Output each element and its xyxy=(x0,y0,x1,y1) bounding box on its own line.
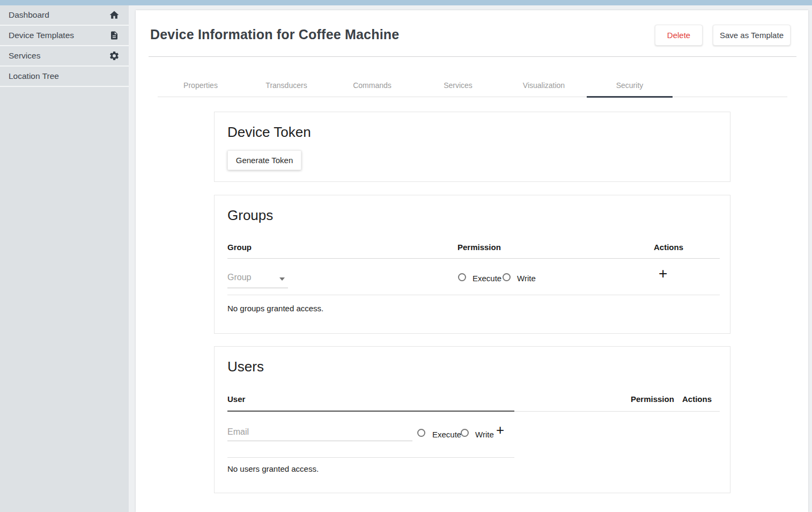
users-title: Users xyxy=(227,359,264,375)
tab-security[interactable]: Security xyxy=(587,74,673,97)
tab-services[interactable]: Services xyxy=(415,74,501,97)
users-write-radio[interactable] xyxy=(461,429,469,437)
groups-write-radio[interactable] xyxy=(503,273,511,281)
users-write-label: Write xyxy=(475,430,494,439)
title-divider xyxy=(149,56,796,57)
users-header-divider-light xyxy=(514,411,720,412)
users-execute-label: Execute xyxy=(432,430,461,439)
device-token-title: Device Token xyxy=(227,124,311,141)
users-row-divider xyxy=(227,457,514,458)
users-execute-radio[interactable] xyxy=(417,429,425,437)
users-section: Users User Permission Actions Execute Wr… xyxy=(214,346,730,493)
sidebar-item-label: Services xyxy=(9,51,40,61)
group-select[interactable]: Group xyxy=(227,269,288,288)
users-column-user: User xyxy=(227,394,245,404)
gear-icon xyxy=(108,50,120,62)
sidebar-item-label: Location Tree xyxy=(9,71,59,81)
groups-row-divider xyxy=(227,295,720,295)
groups-column-actions: Actions xyxy=(654,243,683,252)
groups-empty-message: No groups granted access. xyxy=(227,304,323,313)
main-card: Device Information for Coffee Machine De… xyxy=(136,10,808,512)
groups-column-permission: Permission xyxy=(457,243,501,252)
document-icon xyxy=(108,30,120,41)
save-as-template-button[interactable]: Save as Template xyxy=(713,25,791,46)
app-root: Dashboard Device Templates Services Loca… xyxy=(0,0,812,512)
add-group-button[interactable]: + xyxy=(659,266,667,281)
chevron-down-icon xyxy=(279,277,285,281)
groups-write-label: Write xyxy=(517,274,536,283)
page-title: Device Information for Coffee Machine xyxy=(150,27,399,42)
delete-button[interactable]: Delete xyxy=(655,25,703,46)
groups-execute-label: Execute xyxy=(473,274,501,283)
users-column-permission: Permission xyxy=(631,394,674,404)
user-email-input[interactable] xyxy=(227,423,412,441)
users-empty-message: No users granted access. xyxy=(227,464,319,473)
add-user-button[interactable]: + xyxy=(496,422,504,437)
sidebar-item-services[interactable]: Services xyxy=(0,46,129,67)
topbar xyxy=(0,0,812,5)
groups-execute-radio[interactable] xyxy=(458,273,466,281)
generate-token-button[interactable]: Generate Token xyxy=(227,150,301,170)
sidebar-item-location-tree[interactable]: Location Tree xyxy=(0,67,129,87)
groups-header-divider xyxy=(227,258,720,259)
tab-transducers[interactable]: Transducers xyxy=(243,74,329,97)
tab-commands[interactable]: Commands xyxy=(329,74,415,97)
sidebar-item-dashboard[interactable]: Dashboard xyxy=(0,5,129,26)
sidebar: Dashboard Device Templates Services Loca… xyxy=(0,5,129,512)
groups-section: Groups Group Permission Actions Group Ex… xyxy=(214,195,730,334)
tab-bar: Properties Transducers Commands Services… xyxy=(158,74,787,97)
tab-visualization[interactable]: Visualization xyxy=(501,74,587,97)
device-token-section: Device Token Generate Token xyxy=(214,112,730,182)
users-column-actions: Actions xyxy=(682,394,712,404)
tab-properties[interactable]: Properties xyxy=(158,74,243,97)
sidebar-item-label: Dashboard xyxy=(9,10,49,20)
users-header-divider-dark xyxy=(227,411,514,412)
sidebar-item-device-templates[interactable]: Device Templates xyxy=(0,26,129,46)
groups-column-group: Group xyxy=(227,243,252,252)
home-icon xyxy=(108,9,120,21)
group-select-placeholder: Group xyxy=(227,273,251,282)
sidebar-item-label: Device Templates xyxy=(9,31,74,40)
groups-title: Groups xyxy=(227,207,273,224)
